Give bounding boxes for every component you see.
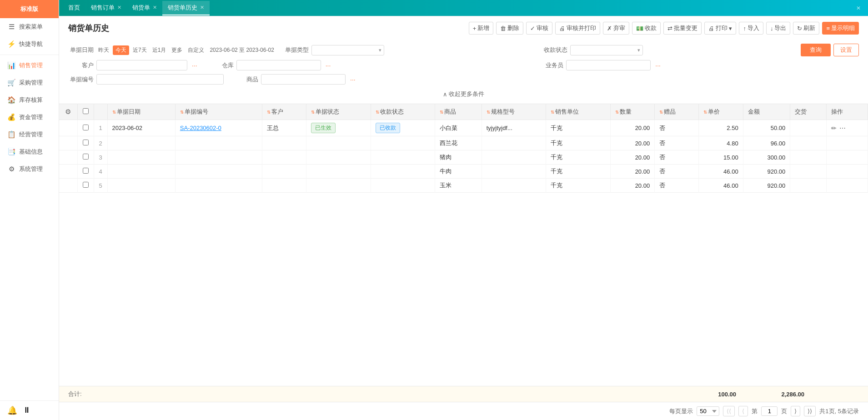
last-page-button[interactable]: ⟩⟩ — [804, 406, 816, 416]
sidebar-item-quick-nav[interactable]: ⚡ 快捷导航 — [0, 35, 59, 53]
sidebar-item-operations-mgmt[interactable]: 📋 经营管理 — [0, 126, 59, 143]
pause-icon[interactable]: ⏸ — [23, 405, 31, 415]
warehouse-ellipsis[interactable]: ··· — [324, 61, 333, 70]
shortcut-yesterday[interactable]: 昨天 — [96, 45, 111, 55]
query-button[interactable]: 查询 — [801, 44, 831, 56]
tab-shipment-history-close[interactable]: ✕ — [200, 5, 204, 10]
print-button[interactable]: 🖨 打印 ▾ — [704, 22, 736, 35]
approve-print-button[interactable]: 🖨 审核并打印 — [555, 22, 600, 35]
th-gift[interactable]: ⇅赠品 — [655, 104, 699, 120]
sidebar-item-system-mgmt[interactable]: ⚙ 系统管理 — [0, 160, 59, 178]
sort-spec-icon: ⇅ — [487, 110, 490, 115]
payment-status-select[interactable] — [570, 45, 643, 55]
shortcut-today[interactable]: 今天 — [113, 45, 129, 55]
collapse-filter-button[interactable]: ∧ 收起更多条件 — [68, 88, 859, 100]
page-prefix: 第 — [752, 407, 758, 415]
customer-input[interactable] — [96, 60, 187, 70]
edit-icon-0[interactable]: ✏ — [831, 125, 837, 132]
row-checkbox-1[interactable] — [83, 140, 89, 145]
collect-button[interactable]: 💵 收款 — [632, 22, 661, 35]
table-header-row: ⚙ ⇅单据日期 ⇅单据编号 ⇅客户 ⇅单据状态 ⇅收款状态 ⇅商品 ⇅规格型号 — [59, 104, 868, 120]
sidebar-item-finance-mgmt[interactable]: 💰 资金管理 — [0, 109, 59, 126]
export-button[interactable]: ↓ 导出 — [766, 22, 791, 35]
shortcut-more[interactable]: 更多 — [170, 45, 184, 55]
next-page-button[interactable]: ⟩ — [791, 406, 800, 416]
th-product[interactable]: ⇅商品 — [435, 104, 482, 120]
delete-button[interactable]: 🗑 删除 — [496, 22, 523, 35]
sidebar-item-search-menu[interactable]: ☰ 搜索菜单 — [0, 18, 59, 35]
customer-ellipsis[interactable]: ··· — [190, 61, 199, 70]
cell-checkbox-4[interactable] — [77, 179, 94, 193]
th-doc-date[interactable]: ⇅单据日期 — [107, 104, 175, 120]
cell-quantity-2: 20.00 — [610, 150, 654, 165]
docnum-link-0[interactable]: SA-20230602-0 — [180, 125, 221, 131]
settings-button[interactable]: 设置 — [833, 44, 859, 56]
new-button[interactable]: + 新增 — [469, 22, 494, 35]
row-checkbox-0[interactable] — [83, 125, 89, 130]
notification-icon[interactable]: 🔔 — [7, 405, 17, 415]
cell-docnum-2[interactable] — [175, 150, 262, 165]
cell-docnum-4[interactable] — [175, 179, 262, 193]
cell-docnum-3[interactable] — [175, 165, 262, 179]
row-checkbox-4[interactable] — [83, 182, 89, 188]
cell-docnum-1[interactable] — [175, 136, 262, 150]
th-customer[interactable]: ⇅客户 — [262, 104, 306, 120]
product-ellipsis[interactable]: ··· — [348, 75, 357, 84]
cell-checkbox-0[interactable] — [77, 120, 94, 136]
sidebar-item-purchase-mgmt[interactable]: 🛒 采购管理 — [0, 74, 59, 91]
th-settings[interactable]: ⚙ — [59, 104, 77, 120]
row-checkbox-2[interactable] — [83, 154, 89, 160]
th-unit-price[interactable]: ⇅单价 — [699, 104, 743, 120]
first-page-button[interactable]: ⟨⟨ — [723, 406, 735, 416]
page-number-input[interactable] — [761, 406, 778, 416]
import-button[interactable]: ↑ 导入 — [739, 22, 763, 35]
th-unit[interactable]: ⇅销售单位 — [546, 104, 611, 120]
th-payment-status[interactable]: ⇅收款状态 — [371, 104, 435, 120]
shortcut-7days[interactable]: 近7天 — [131, 45, 149, 55]
doc-type-select[interactable] — [311, 45, 384, 55]
gear-icon[interactable]: ⚙ — [65, 108, 71, 115]
shortcut-custom[interactable]: 自定义 — [186, 45, 206, 55]
cell-rownum-1: 2 — [94, 136, 107, 150]
cell-checkbox-3[interactable] — [77, 165, 94, 179]
shortcut-1month[interactable]: 近1月 — [151, 45, 168, 55]
cell-checkbox-1[interactable] — [77, 136, 94, 150]
table-row: 2西兰花千克20.00否4.8096.00 — [59, 136, 868, 150]
more-icon-0[interactable]: ⋯ — [839, 125, 846, 132]
refresh-button[interactable]: ↻ 刷新 — [793, 22, 819, 35]
th-doc-status[interactable]: ⇅单据状态 — [306, 104, 371, 120]
sidebar-item-inventory[interactable]: 🏠 库存核算 — [0, 91, 59, 109]
tab-shipment-history[interactable]: 销货单历史 ✕ — [162, 1, 210, 15]
select-all-checkbox[interactable] — [83, 108, 89, 114]
docnum-input[interactable] — [96, 74, 224, 85]
tab-home[interactable]: 首页 — [63, 1, 85, 15]
show-detail-button[interactable]: ≡ 显示明细 — [822, 22, 859, 35]
sidebar-item-sales-mgmt[interactable]: 📊 销售管理 — [0, 57, 59, 74]
prev-page-button[interactable]: ⟨ — [738, 406, 748, 416]
warehouse-input[interactable] — [236, 60, 321, 70]
close-all-tabs-button[interactable]: ✕ — [853, 3, 864, 13]
row-checkbox-3[interactable] — [83, 168, 89, 174]
filter-docnum-item: 单据编号 — [68, 74, 224, 85]
product-input[interactable] — [261, 74, 346, 85]
cell-docnum-0[interactable]: SA-20230602-0 — [175, 120, 262, 136]
cell-trade-0 — [790, 120, 827, 136]
salesperson-input[interactable] — [566, 60, 651, 70]
tab-sales-order[interactable]: 销售订单 ✕ — [85, 1, 127, 15]
unapprove-button[interactable]: ✗ 弃审 — [603, 22, 629, 35]
batch-change-button[interactable]: ⇄ 批量变更 — [663, 22, 702, 35]
tab-sales-order-close[interactable]: ✕ — [117, 5, 121, 10]
sidebar-item-basic-info[interactable]: 📑 基础信息 — [0, 143, 59, 160]
th-doc-num[interactable]: ⇅单据编号 — [175, 104, 262, 120]
th-spec[interactable]: ⇅规格型号 — [482, 104, 546, 120]
tab-shipment[interactable]: 销货单 ✕ — [127, 1, 162, 15]
approve-button[interactable]: ✓ 审核 — [526, 22, 552, 35]
query-settings-group: 查询 设置 — [801, 44, 859, 56]
salesperson-ellipsis[interactable]: ··· — [653, 61, 662, 70]
sidebar-item-label: 库存核算 — [19, 96, 43, 104]
th-quantity[interactable]: ⇅数量 — [610, 104, 654, 120]
cell-checkbox-2[interactable] — [77, 150, 94, 165]
tab-shipment-close[interactable]: ✕ — [153, 5, 157, 10]
page-size-select[interactable]: 50 10 20 100 — [697, 406, 719, 416]
table-container[interactable]: ⚙ ⇅单据日期 ⇅单据编号 ⇅客户 ⇅单据状态 ⇅收款状态 ⇅商品 ⇅规格型号 — [59, 104, 868, 386]
